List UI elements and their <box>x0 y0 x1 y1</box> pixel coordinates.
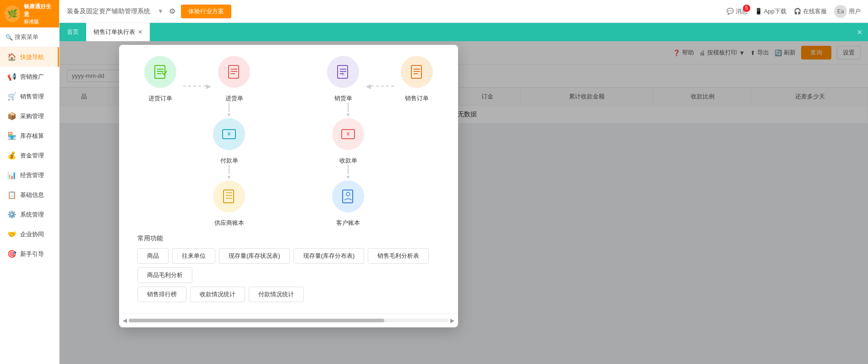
scroll-right-btn[interactable]: ▶ <box>450 317 454 324</box>
guide-icon: 🎯 <box>7 250 16 258</box>
modal-overlay: 进货订单 ▶ <box>60 41 868 364</box>
tab-close-all-icon[interactable]: ✕ <box>851 23 868 41</box>
arrow-purchase-to-bill: ▶ <box>183 82 211 103</box>
sidebar-item-marketing[interactable]: 📢 营销推广 <box>0 67 59 87</box>
flow-node-supplier-account[interactable]: 供应商账本 <box>206 180 252 227</box>
common-functions-title: 常用功能 <box>137 234 440 243</box>
enterprise-icon: 🤝 <box>7 230 16 239</box>
app-download-label: App下载 <box>764 7 786 16</box>
modal-scroll-bar: ◀ ▶ <box>119 313 458 327</box>
flow-label-payment-bill: 付款单 <box>220 157 238 165</box>
common-btn-stock-status[interactable]: 现存量(库存状况表) <box>219 248 290 264</box>
common-btn-receipt-stats[interactable]: 收款情况统计 <box>190 287 245 302</box>
message-icon: 💬 <box>726 8 734 15</box>
common-btn-product-profit[interactable]: 商品毛利分析 <box>137 267 192 283</box>
service-icon: 🎧 <box>794 8 801 15</box>
sidebar-item-finance[interactable]: 💰 资金管理 <box>0 146 59 165</box>
common-btn-sales-profit[interactable]: 销售毛利分析表 <box>368 248 429 264</box>
svg-rect-21 <box>224 190 234 203</box>
sales-order-icon <box>401 56 433 88</box>
flow-chart: 进货订单 ▶ <box>137 56 440 227</box>
sidebar-item-label: 采购管理 <box>20 112 44 120</box>
sidebar-logo: 🌿 畅康通好生意 标准版 <box>0 0 59 27</box>
tabbar: 首页 销售订单执行表 ✕ ✕ <box>60 23 868 41</box>
flow-row-3: 供应商账本 客户账本 <box>137 180 440 227</box>
arrow-sales-order-to-bill: ◀ <box>366 82 394 103</box>
common-btn-payment-stats[interactable]: 付款情况统计 <box>249 287 304 302</box>
user-label: 用户 <box>849 7 861 16</box>
common-btn-customers[interactable]: 往来单位 <box>172 248 215 264</box>
common-btn-stock-dist[interactable]: 现存量(库存分布表) <box>294 248 365 264</box>
search-menu-button[interactable]: 🔍 搜索菜单 <box>4 31 55 43</box>
flow-row-2: ¥ 付款单 ¥ 收款单 <box>137 118 440 165</box>
flow-node-payment-bill[interactable]: ¥ 付款单 <box>206 118 252 165</box>
flow-arrows-down-row2: ▼ ▼ <box>137 165 440 180</box>
scroll-left-btn[interactable]: ◀ <box>123 317 127 324</box>
message-badge: 5 <box>743 5 750 12</box>
sidebar-item-system[interactable]: ⚙️ 系统管理 <box>0 205 59 224</box>
svg-text:≡: ≡ <box>342 71 344 76</box>
common-btn-product[interactable]: 商品 <box>137 248 169 264</box>
dropdown-icon: ▼ <box>158 8 164 15</box>
scroll-thumb <box>129 319 384 322</box>
tab-home[interactable]: 首页 <box>60 23 86 41</box>
flow-label-receipt-bill: 收款单 <box>339 157 357 165</box>
sidebar-item-label: 企业协同 <box>20 230 44 239</box>
flow-node-receipt-bill[interactable]: ¥ 收款单 <box>325 118 371 165</box>
flow-label-supplier-account: 供应商账本 <box>214 219 244 227</box>
svg-text:¥: ¥ <box>346 131 350 137</box>
sidebar-item-basic-info[interactable]: 📋 基础信息 <box>0 185 59 205</box>
finance-icon: 💰 <box>7 151 16 160</box>
sidebar-item-label: 资金管理 <box>20 152 44 160</box>
search-icon: 🔍 <box>5 34 13 41</box>
tab-close-icon[interactable]: ✕ <box>138 29 142 35</box>
sidebar-item-label: 营销推广 <box>20 73 44 81</box>
sidebar-item-label: 经营管理 <box>20 171 44 179</box>
sales-icon: 🛒 <box>7 92 16 101</box>
sidebar-item-label: 系统管理 <box>20 211 44 219</box>
app-download-button[interactable]: 📱 App下载 <box>755 7 786 16</box>
flow-node-sales-bill[interactable]: ≡ 销货单 <box>320 56 366 103</box>
main-area: 装备及固定资产辅助管理系统 ▼ ⚙ 体验行业方案 💬 消息 5 📱 App下载 … <box>60 0 868 364</box>
sidebar-item-enterprise[interactable]: 🤝 企业协同 <box>0 224 59 244</box>
sidebar-item-sales[interactable]: 🛒 销售管理 <box>0 87 59 106</box>
purchase-order-icon <box>144 56 176 88</box>
sidebar-item-purchase[interactable]: 📦 采购管理 <box>0 106 59 126</box>
flow-label-purchase-bill: 进货单 <box>225 94 243 103</box>
common-btn-sales-rank[interactable]: 销售排行榜 <box>137 287 186 302</box>
operations-icon: 📊 <box>7 171 16 179</box>
sidebar-item-guide[interactable]: 🎯 新手引导 <box>0 244 59 264</box>
tab-sales-order-exec[interactable]: 销售订单执行表 ✕ <box>86 23 150 41</box>
sales-bill-icon: ≡ <box>327 56 359 88</box>
flow-label-sales-order: 销售订单 <box>405 94 429 103</box>
payment-bill-icon: ¥ <box>213 118 245 150</box>
sidebar: 🌿 畅康通好生意 标准版 🔍 搜索菜单 🏠 快捷导航 📢 营销推广 🛒 <box>0 0 60 364</box>
sidebar-item-operations[interactable]: 📊 经营管理 <box>0 165 59 185</box>
app-icon: 📱 <box>755 8 762 15</box>
flow-label-customer-account: 客户账本 <box>336 219 360 227</box>
flow-node-sales-order[interactable]: 销售订单 <box>394 56 440 103</box>
user-menu[interactable]: Ea 用户 <box>834 5 861 18</box>
purchase-bill-icon <box>218 56 250 88</box>
svg-rect-25 <box>343 190 353 203</box>
flow-label-sales-bill: 销货单 <box>334 94 352 103</box>
flow-node-purchase-bill[interactable]: 进货单 <box>211 56 257 103</box>
flow-node-customer-account[interactable]: 客户账本 <box>325 180 371 227</box>
sidebar-item-inventory[interactable]: 🏪 库存核算 <box>0 126 59 146</box>
experience-btn[interactable]: 体验行业方案 <box>181 5 231 18</box>
flow-modal: 进货订单 ▶ <box>119 45 458 327</box>
flow-node-purchase-order[interactable]: 进货订单 <box>137 56 183 103</box>
settings-gear-icon[interactable]: ⚙ <box>169 7 175 16</box>
flow-row-1: 进货订单 ▶ <box>137 56 440 103</box>
purchase-icon: 📦 <box>7 112 16 120</box>
topbar-right: 💬 消息 5 📱 App下载 🎧 在线客服 Ea 用户 <box>726 5 861 18</box>
inventory-icon: 🏪 <box>7 131 16 140</box>
tab-home-label: 首页 <box>67 28 79 36</box>
avatar: Ea <box>834 5 847 18</box>
common-buttons-row2: 销售排行榜 收款情况统计 付款情况统计 <box>137 287 440 302</box>
online-service-button[interactable]: 🎧 在线客服 <box>794 7 827 16</box>
message-button[interactable]: 💬 消息 5 <box>726 7 748 16</box>
scroll-track[interactable] <box>129 319 448 322</box>
sidebar-item-quick-nav[interactable]: 🏠 快捷导航 <box>0 47 59 67</box>
modal-content: 进货订单 ▶ <box>119 45 458 313</box>
